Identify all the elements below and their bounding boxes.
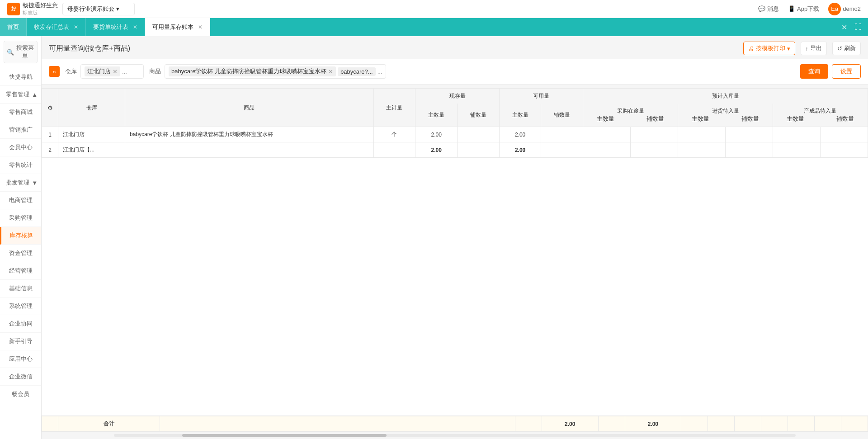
warehouse-tag: 江北门店 ✕: [85, 66, 120, 76]
th-available: 可用量: [499, 89, 583, 104]
sidebar-item-vip[interactable]: 畅会员: [0, 386, 41, 403]
message-action[interactable]: 💬 消息: [758, 5, 779, 13]
sidebar-item-retail-mall[interactable]: 零售商城: [0, 104, 41, 121]
query-button[interactable]: 查询: [800, 64, 828, 79]
expand-tab-icon[interactable]: ⛶: [853, 21, 863, 33]
product-tag-1-close[interactable]: ✕: [328, 68, 333, 75]
td-warehouse: 江北门店【...: [58, 142, 125, 158]
td-purchase-aux: [631, 127, 678, 142]
sidebar-item-newbie[interactable]: 新手引导: [0, 333, 41, 350]
th-warehouse: 仓库: [58, 89, 125, 127]
td-incoming-aux: [726, 142, 773, 158]
sidebar: 🔍 搜索菜单 快捷导航 零售管理 ▲ 零售商城 营销推广 会员中心 零售统计 批…: [0, 36, 42, 439]
td-avail-main: 2.00: [499, 127, 541, 142]
search-menu-button[interactable]: 🔍 搜索菜单: [4, 41, 38, 63]
filter-expand-button[interactable]: »: [49, 66, 60, 77]
sidebar-item-marketing[interactable]: 营销推广: [0, 121, 41, 139]
filter-area: » 仓库 江北门店 ✕ ... 商品 babycare学饮杯 儿童防摔防撞吸管杯…: [42, 59, 868, 85]
sidebar-item-ecommerce[interactable]: 电商管理: [0, 192, 41, 209]
summary-label: 合计: [58, 416, 160, 432]
chevron-down-icon: ▾: [787, 45, 790, 52]
td-warehouse: 江北门店: [58, 127, 125, 142]
sidebar-item-enterprise[interactable]: 企业协同: [0, 315, 41, 333]
page-title: 可用量查询(按仓库+商品): [49, 44, 130, 53]
summary-table: 合计 2.00 2.00: [42, 415, 868, 432]
avatar: Ea: [828, 3, 841, 15]
sidebar-item-system[interactable]: 系统管理: [0, 297, 41, 315]
tab-close-receive[interactable]: ✕: [74, 24, 78, 30]
td-finished-main: [773, 127, 820, 142]
warehouse-more[interactable]: ...: [122, 68, 127, 75]
sidebar-item-finance[interactable]: 资金管理: [0, 245, 41, 262]
tab-close-order[interactable]: ✕: [133, 24, 137, 30]
sidebar-item-basic[interactable]: 基础信息: [0, 280, 41, 297]
th-purchase-transit: 采购在途量主数量辅数量: [583, 104, 678, 127]
sidebar-item-appstore[interactable]: 应用中心: [0, 350, 41, 368]
search-icon: 🔍: [7, 49, 14, 56]
logo-text: 畅捷通好生意 标准版: [23, 2, 58, 16]
summary-incoming-main: [761, 416, 788, 432]
sidebar-item-quicknav[interactable]: 快捷导航: [0, 68, 41, 86]
td-avail-aux: [541, 127, 583, 142]
th-avail-aux: 辅数量: [541, 104, 583, 127]
message-icon: 💬: [758, 5, 765, 12]
summary-incoming-aux: [788, 416, 815, 432]
td-incoming-main: [678, 127, 726, 142]
th-incoming-pending: 进货待入量主数量辅数量: [678, 104, 773, 127]
tab-home[interactable]: 首页: [0, 18, 27, 36]
td-incoming-main: [678, 142, 726, 158]
warehouse-input[interactable]: 江北门店 ✕ ...: [80, 64, 144, 79]
chevron-down-icon: ▼: [32, 179, 38, 186]
content-area: 可用量查询(按仓库+商品) 🖨 按模板打印 ▾ ↑ 导出 ↺ 刷新: [42, 36, 868, 439]
sidebar-item-retail-stat[interactable]: 零售统计: [0, 156, 41, 174]
print-button[interactable]: 🖨 按模板打印 ▾: [743, 42, 795, 55]
header-right: 💬 消息 📱 App下载 Ea demo2: [758, 3, 861, 15]
tab-bar-end: ✕ ⛶: [835, 18, 868, 36]
th-product: 商品: [125, 89, 373, 127]
summary-current-main: 2.00: [542, 416, 599, 432]
td-current-aux: [458, 142, 500, 158]
app-download-action[interactable]: 📱 App下载: [788, 5, 819, 13]
chevron-icon: ▲: [32, 91, 38, 98]
refresh-button[interactable]: ↺ 刷新: [832, 42, 861, 55]
sidebar-item-retail[interactable]: 零售管理 ▲: [0, 86, 41, 104]
page-actions: 🖨 按模板打印 ▾ ↑ 导出 ↺ 刷新: [743, 42, 861, 55]
product-filter: 商品 babycare学饮杯 儿童防摔防撞吸管杯重力球吸嘴杯宝宝水杯 ✕ bab…: [149, 64, 386, 79]
scroll-thumb[interactable]: [182, 434, 387, 437]
sidebar-item-operation[interactable]: 经营管理: [0, 262, 41, 280]
th-current-main: 主数量: [415, 104, 458, 127]
tab-order[interactable]: 要货单统计表 ✕: [86, 18, 145, 36]
top-header: 好 畅捷通好生意 标准版 母婴行业演示账套 ▾ 💬 消息 📱 App下载 Ea …: [0, 0, 868, 18]
tab-inventory[interactable]: 可用量库存账本 ✕: [145, 18, 210, 36]
warehouse-tag-close[interactable]: ✕: [113, 68, 118, 75]
main-layout: 🔍 搜索菜单 快捷导航 零售管理 ▲ 零售商城 营销推广 会员中心 零售统计 批…: [0, 36, 868, 439]
th-settings[interactable]: ⚙: [42, 89, 58, 127]
warehouse-filter: 仓库 江北门店 ✕ ...: [65, 64, 144, 79]
sidebar-item-member[interactable]: 会员中心: [0, 139, 41, 156]
tab-receive[interactable]: 收发存汇总表 ✕: [27, 18, 86, 36]
td-product: [125, 142, 373, 158]
tab-close-inventory[interactable]: ✕: [198, 24, 203, 30]
product-more[interactable]: ...: [377, 68, 382, 75]
setting-button[interactable]: 设置: [832, 64, 861, 79]
td-purchase-aux: [631, 142, 678, 158]
sidebar-item-wechat[interactable]: 企业微信: [0, 368, 41, 386]
industry-selector[interactable]: 母婴行业演示账套 ▾: [62, 3, 135, 15]
td-current-main: 2.00: [415, 142, 458, 158]
chevron-down-icon: ▾: [116, 5, 119, 12]
logo-icon: 好: [7, 3, 20, 15]
close-tab-icon[interactable]: ✕: [840, 21, 849, 33]
sidebar-item-inventory[interactable]: 库存核算: [0, 227, 41, 245]
export-button[interactable]: ↑ 导出: [801, 42, 827, 55]
product-input[interactable]: babycare学饮杯 儿童防摔防撞吸管杯重力球吸嘴杯宝宝水杯 ✕ babyca…: [165, 64, 386, 79]
export-icon: ↑: [806, 45, 809, 52]
sidebar-item-wholesale[interactable]: 批发管理 ▼: [0, 174, 41, 192]
inventory-table: ⚙ 仓库 商品 主计量 现存量 可用量 预计入库量 主数量 辅数量 主数量 辅数…: [42, 88, 868, 158]
summary-avail-aux: [681, 416, 708, 432]
horizontal-scrollbar[interactable]: [114, 434, 796, 437]
sidebar-item-purchase[interactable]: 采购管理: [0, 209, 41, 227]
td-unit: 个: [373, 127, 415, 142]
user-area[interactable]: Ea demo2: [828, 3, 861, 15]
table-row: 2 江北门店【... 2.00 2.00: [42, 142, 868, 158]
summary-current-aux: [598, 416, 625, 432]
